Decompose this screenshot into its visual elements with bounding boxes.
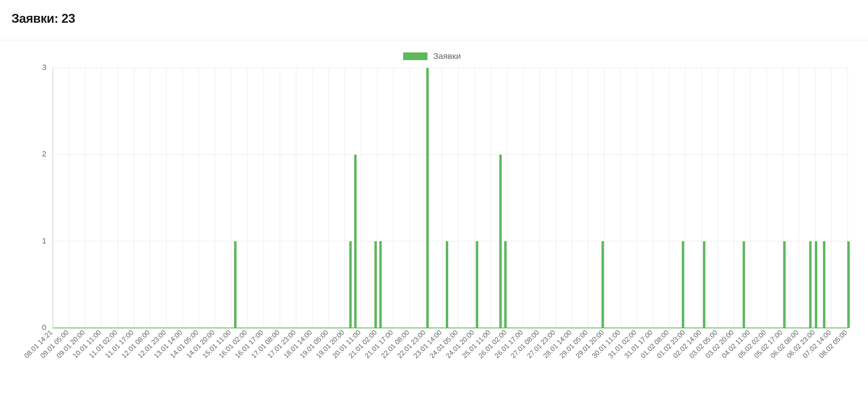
page-title: Заявки: 23 — [11, 11, 75, 26]
chart-area: Заявки 012308.01 14:2109.01 05:0009.01 2… — [0, 40, 868, 385]
bar[interactable] — [601, 241, 604, 328]
y-tick-label: 1 — [42, 237, 46, 245]
plot-wrap: 012308.01 14:2109.01 05:0009.01 20:0010.… — [12, 64, 852, 381]
bar[interactable] — [682, 241, 684, 328]
bar[interactable] — [349, 241, 352, 328]
bar[interactable] — [379, 241, 382, 328]
bar[interactable] — [426, 68, 429, 328]
bar[interactable] — [809, 241, 812, 328]
chart-svg[interactable]: 012308.01 14:2109.01 05:0009.01 20:0010.… — [12, 64, 852, 381]
bar[interactable] — [823, 241, 825, 328]
y-tick-label: 2 — [42, 150, 46, 158]
bar[interactable] — [234, 241, 237, 328]
bar[interactable] — [374, 241, 377, 328]
page: Заявки: 23 Заявки 012308.01 14:2109.01 0… — [0, 0, 868, 408]
legend-swatch — [403, 52, 427, 60]
title-count: 23 — [61, 11, 75, 26]
bar[interactable] — [703, 241, 705, 328]
bar[interactable] — [354, 154, 356, 328]
bar[interactable] — [476, 241, 478, 328]
bar[interactable] — [783, 241, 786, 328]
bar[interactable] — [504, 241, 507, 328]
bar[interactable] — [446, 241, 448, 328]
bar[interactable] — [499, 154, 502, 328]
legend[interactable]: Заявки — [12, 48, 852, 64]
bar[interactable] — [815, 241, 817, 328]
legend-label: Заявки — [433, 51, 461, 61]
y-tick-label: 3 — [42, 64, 46, 72]
title-prefix: Заявки: — [11, 11, 61, 26]
heading-wrap: Заявки: 23 — [0, 0, 868, 40]
bar[interactable] — [743, 241, 745, 328]
bar[interactable] — [847, 241, 850, 328]
y-tick-label: 0 — [42, 323, 46, 332]
